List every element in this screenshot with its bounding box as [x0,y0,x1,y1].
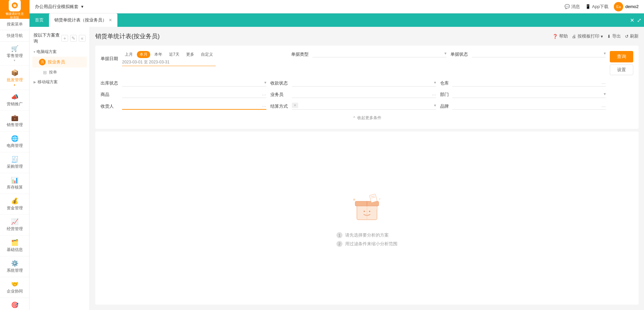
tab-home[interactable]: 首页 [30,13,49,27]
payment-method-label: 结算方式 [270,103,289,109]
ecommerce-icon: 🌐 [11,135,18,142]
payment-status-arrow: ▾ [434,80,436,85]
tag-close[interactable]: × [294,103,296,108]
sidebar-item-wholesale[interactable]: 📦 批发管理 ▴ [0,66,29,90]
app-download-action[interactable]: 📱 App下载 [585,4,608,10]
mobile-group-header[interactable]: ▶ 移动端方案 [32,77,87,87]
sidebar-item-marketing[interactable]: 📣 营销推广 [0,90,29,111]
operation-label: 经营管理 [7,226,23,232]
tab-home-label: 首页 [35,17,44,23]
svg-point-9 [364,211,365,212]
avatar: Ea [614,2,623,11]
stock-status-control[interactable]: ▾ [122,80,266,87]
svg-point-7 [379,198,380,200]
mobile-group: ▶ 移动端方案 [30,77,90,87]
doc-status-control[interactable]: ▾ [472,51,606,57]
tab-sales-stat-label: 销货单统计表（按业务员） [54,17,107,23]
top-nav-right: 💬 消息 📱 App下载 Ea demo2 [565,2,639,11]
tree-item-order[interactable]: ⊞ 按单 [32,67,87,77]
product-control[interactable]: … [122,91,266,98]
filter-doc-type: 单据类型 ▾ [291,51,446,57]
filter-product: 商品 … [101,91,266,98]
page-actions: ❓ 帮助 🖨 按模板打印 ▾ ⬇ 导出 ↺ 刷新 [552,33,639,39]
date-btn-7days[interactable]: 近7天 [166,51,182,58]
collapse-filters-btn[interactable]: ⌃ 收起更多条件 [101,112,633,123]
settings-btn[interactable]: 设置 [610,64,633,75]
help-btn[interactable]: ❓ 帮助 [552,33,568,39]
template-print-btn[interactable]: 🖨 按模板打印 ▾ [572,33,603,39]
warehouse-label: 仓库 [440,80,449,86]
enterprise-icon: 🤝 [11,280,18,288]
order-label: 按单 [49,69,57,75]
left-panel: 按以下方案查询 + ✎ « ▾ 电脑端方案 [30,27,90,310]
tip-text-2: 用过滤条件来缩小分析范围 [345,241,397,247]
refresh-icon: ↺ [625,34,629,39]
tab-sales-stat[interactable]: 销货单统计表（按业务员） ✕ [49,13,117,27]
filter-stock-status: 出库状态 ▾ [101,80,266,87]
filter-receiver: 收货人 … [101,103,266,110]
message-label: 消息 [571,4,580,10]
help-icon: ❓ [552,34,558,39]
receiver-dots: … [262,103,266,108]
user-menu[interactable]: Ea demo2 [614,2,639,11]
template-print-arrow: ▾ [601,34,603,39]
date-btn-this-year[interactable]: 本年 [152,51,165,58]
date-btn-this-month[interactable]: 本月 [137,51,150,58]
warehouse-control[interactable]: … [452,80,606,87]
sidebar-item-finance[interactable]: 💰 资金管理 [0,194,29,215]
desktop-group-label: 电脑端方案 [37,49,57,55]
department-control[interactable]: ▾ [452,92,606,98]
message-action[interactable]: 💬 消息 [565,4,580,10]
add-icon: + [63,36,66,41]
filter-doc-status: 单据状态 ▾ [450,51,606,57]
sidebar-item-enterprise[interactable]: 🤝 企业协同 [0,277,29,298]
tab-close-btn[interactable]: ✕ [109,18,112,22]
date-btn-last-month[interactable]: 上月 [122,51,136,58]
window-close-btn[interactable]: ✕ [630,17,634,23]
breadcrumb-arrow: ▾ [81,4,84,9]
breadcrumb-text: 办公用品行业模拟账套 [35,4,78,10]
quick-nav[interactable]: 快捷导航 [0,30,29,42]
sidebar-item-system[interactable]: ⚙️ 系统管理 [0,256,29,277]
department-label: 部门 [440,92,449,98]
collapse-panel-btn[interactable]: « [79,35,86,42]
empty-tips: 1 请先选择要分析的方案 2 用过滤条件来缩小分析范围 [336,232,397,247]
date-btn-custom[interactable]: 自定义 [198,51,216,58]
desktop-group-header[interactable]: ▾ 电脑端方案 [32,47,87,57]
window-expand-btn[interactable]: ⤢ [637,17,641,23]
export-btn[interactable]: ⬇ 导出 [607,33,621,39]
payment-status-control[interactable]: ▾ [292,80,436,87]
refresh-btn[interactable]: ↺ 刷新 [625,33,639,39]
sidebar-item-newbie[interactable]: 🎯 新手引导 [0,298,29,310]
app-download-label: App下载 [592,4,608,10]
sidebar-item-purchase[interactable]: 🧾 采购管理 [0,152,29,173]
empty-illustration [347,190,387,224]
filter-brand: 品牌 … [440,103,606,110]
message-icon: 💬 [565,4,570,9]
edit-scheme-btn[interactable]: ✎ [70,35,77,42]
sidebar-item-inventory[interactable]: 📊 库存核算 [0,173,29,194]
doc-type-control[interactable]: ▾ [313,51,446,57]
brand-control[interactable]: … [452,103,606,110]
empty-tip-1: 1 请先选择要分析的方案 [336,232,397,238]
sidebar-search[interactable]: 搜索菜单 [0,19,29,30]
add-scheme-btn[interactable]: + [61,35,68,42]
sidebar-item-basic[interactable]: 🗂️ 基础信息 [0,236,29,256]
purchase-icon: 🧾 [11,156,18,163]
tree-item-salesperson[interactable]: 员 按业务员 [32,57,87,67]
product-dots: … [262,91,266,96]
sidebar-item-ecommerce[interactable]: 🌐 电商管理 [0,132,29,152]
payment-method-arrow: ▾ [434,103,436,108]
date-btn-more[interactable]: 更多 [183,51,197,58]
query-btn[interactable]: 查询 [610,51,633,62]
search-label[interactable]: 搜索菜单 [7,22,23,27]
receiver-control[interactable]: … [122,103,266,110]
quick-nav-label: 快捷导航 [7,33,23,38]
sidebar-item-operation[interactable]: 📈 经营管理 [0,215,29,236]
sidebar-item-retail[interactable]: 🛒 零售管理 ▾ [0,42,29,66]
refresh-label: 刷新 [630,33,639,39]
payment-method-control[interactable]: × ▾ [292,103,436,110]
salesperson-control[interactable]: … [292,91,436,98]
breadcrumb-dropdown[interactable]: ▾ [81,4,84,9]
sidebar-item-sales[interactable]: 💼 销售管理 [0,111,29,132]
